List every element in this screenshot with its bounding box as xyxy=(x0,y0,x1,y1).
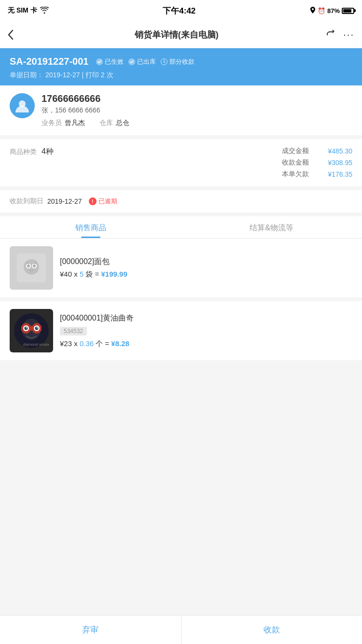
status-right: ⏰ 87% xyxy=(310,7,354,15)
battery-icon xyxy=(342,8,354,14)
product-total-1: ¥199.99 xyxy=(101,270,127,278)
warehouse-item: 仓库 总仓 xyxy=(99,119,129,127)
customer-info: 17666666666 张，156 6666 6666 业务员 曾凡杰 仓库 总… xyxy=(42,93,352,127)
product-name-1: [0000002]面包 xyxy=(60,257,352,267)
product-price-2: ¥23 x 0.36 个 = ¥8.28 xyxy=(60,339,352,349)
order-id: SA-20191227-001 xyxy=(10,56,88,67)
svg-point-18 xyxy=(25,327,28,330)
banner-meta: 单据日期： 2019-12-27 | 打印 2 次 xyxy=(10,71,352,80)
warehouse-value: 总仓 xyxy=(116,119,129,127)
avatar xyxy=(10,93,35,118)
debt-value: ¥176.35 xyxy=(314,170,352,178)
badge-shipped: 已出库 xyxy=(128,57,156,66)
badge-effective: 已生效 xyxy=(96,57,124,66)
salesman-item: 业务员 曾凡杰 xyxy=(42,119,85,127)
products-list: [0000002]面包 ¥40 x 5 袋 = ¥199.99 xyxy=(0,238,362,403)
svg-point-21 xyxy=(37,327,38,328)
overdue-label: 收款到期日 xyxy=(10,197,43,206)
overdue-date: 2019-12-27 xyxy=(47,197,82,205)
carrier-label: 无 SIM 卡 xyxy=(8,6,37,15)
types-value: 4种 xyxy=(42,147,54,155)
share-icon[interactable] xyxy=(326,28,335,41)
status-left: 无 SIM 卡 xyxy=(8,6,49,15)
overdue-badge: ! 已逾期 xyxy=(89,197,117,206)
customer-phone: 张，156 6666 6666 xyxy=(42,106,352,115)
product-name-2: [000400001]黄油曲奇 xyxy=(60,313,352,323)
svg-point-9 xyxy=(33,265,36,267)
tab-sales-products[interactable]: 销售商品 xyxy=(0,216,181,238)
received-label: 收款金额 xyxy=(282,158,309,167)
bottom-bar: 弃审 收款 xyxy=(0,615,362,644)
confirm-button[interactable]: 收款 xyxy=(181,616,362,644)
customer-name: 17666666666 xyxy=(42,93,352,104)
product-price-1: ¥40 x 5 袋 = ¥199.99 xyxy=(60,270,352,279)
product-thumb-placeholder-1 xyxy=(10,246,53,290)
battery-percent: 87% xyxy=(327,7,340,14)
salesman-value: 曾凡杰 xyxy=(65,119,85,127)
status-bar: 无 SIM 卡 下午4:42 ⏰ 87% xyxy=(0,0,362,21)
customer-meta: 业务员 曾凡杰 仓库 总仓 xyxy=(42,119,352,127)
overdue-section: 收款到期日 2019-12-27 ! 已逾期 xyxy=(0,190,362,216)
product-item-2: diamond whala [000400001]黄油曲奇 534532 ¥23… xyxy=(0,301,362,360)
product-qty-2: 0.36 xyxy=(80,339,94,348)
status-time: 下午4:42 xyxy=(163,5,195,16)
customer-section: 17666666666 张，156 6666 6666 业务员 曾凡杰 仓库 总… xyxy=(0,85,362,139)
debt-row: 本单欠款 ¥176.35 xyxy=(282,170,352,179)
header-banner: SA-20191227-001 已生效 已出库 xyxy=(0,48,362,85)
more-icon[interactable]: ··· xyxy=(343,29,354,40)
received-value: ¥308.95 xyxy=(314,159,352,167)
wifi-icon xyxy=(40,7,49,15)
bottom-spacer xyxy=(0,364,362,403)
product-item: [0000002]面包 ¥40 x 5 袋 = ¥199.99 xyxy=(0,238,362,297)
alarm-icon: ⏰ xyxy=(318,7,325,14)
summary-left: 商品种类 4种 xyxy=(10,147,54,157)
types-label: 商品种类 xyxy=(10,148,37,155)
cancel-button[interactable]: 弃审 xyxy=(0,616,181,644)
product-info-2: [000400001]黄油曲奇 534532 ¥23 x 0.36 个 = ¥8… xyxy=(60,313,352,349)
banner-badges: 已生效 已出库 部分收款 xyxy=(96,57,195,66)
product-thumbnail-2: diamond whala xyxy=(10,309,53,352)
summary-right: 成交金额 ¥485.30 收款金额 ¥308.95 本单欠款 ¥176.35 xyxy=(282,147,352,179)
overdue-status: 已逾期 xyxy=(98,197,117,206)
amount-row: 成交金额 ¥485.30 xyxy=(282,147,352,155)
svg-point-5 xyxy=(24,259,39,275)
product-info-1: [0000002]面包 ¥40 x 5 袋 = ¥199.99 xyxy=(60,257,352,279)
nav-bar: 销货单详情(来自电脑) ··· xyxy=(0,21,362,48)
product-sku-2: 534532 xyxy=(60,327,87,336)
summary-section: 商品种类 4种 成交金额 ¥485.30 收款金额 ¥308.95 本单欠款 ¥… xyxy=(0,139,362,190)
nav-actions: ··· xyxy=(326,28,354,41)
svg-point-8 xyxy=(27,265,30,267)
amount-label: 成交金额 xyxy=(282,147,309,155)
debt-label: 本单欠款 xyxy=(282,170,309,179)
svg-text:diamond whala: diamond whala xyxy=(23,342,49,347)
warehouse-label: 仓库 xyxy=(99,119,113,127)
received-row: 收款金额 ¥308.95 xyxy=(282,158,352,167)
location-icon xyxy=(310,7,316,15)
product-qty-1: 5 xyxy=(80,270,84,278)
amount-value: ¥485.30 xyxy=(314,147,352,155)
back-button[interactable] xyxy=(8,29,27,40)
product-total-2: ¥8.28 xyxy=(111,339,129,348)
badge-partial-payment: 部分收款 xyxy=(161,57,195,66)
svg-point-19 xyxy=(35,327,39,330)
overdue-dot-icon: ! xyxy=(89,197,97,205)
svg-point-20 xyxy=(26,327,27,328)
tab-settlement[interactable]: 结算&物流等 xyxy=(181,216,362,238)
product-thumbnail-1 xyxy=(10,246,53,290)
tabs-container: 销售商品 结算&物流等 xyxy=(0,216,362,238)
page-title: 销货单详情(来自电脑) xyxy=(135,29,219,41)
salesman-label: 业务员 xyxy=(42,119,62,127)
